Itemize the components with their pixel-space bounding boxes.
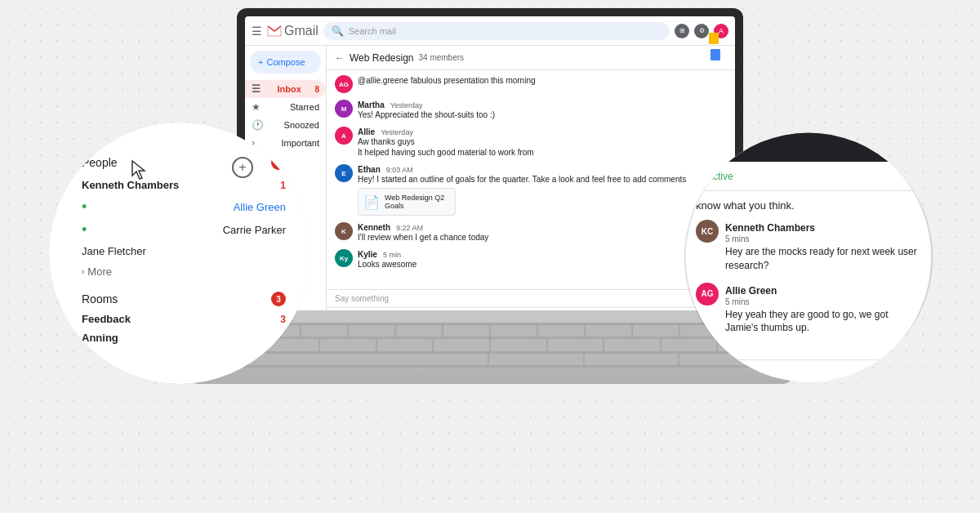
msg-time: Yesterday — [381, 128, 413, 136]
key — [434, 339, 489, 350]
nav-starred-label: Starred — [290, 102, 319, 112]
search-input[interactable]: Search mail — [349, 26, 662, 36]
chat-msg-content: Kenneth Chambers 5 mins Hey are the mock… — [725, 220, 921, 273]
allie-avatar: AG — [696, 283, 719, 306]
rooms-title: Rooms — [82, 292, 118, 306]
msg-text: Looks awesome — [358, 259, 727, 270]
laptop-screen-border: ☰ Gmail 🔍 Search mail — [237, 8, 743, 327]
online-dot-carrie: • — [82, 222, 87, 237]
more-arrow-icon: › — [82, 267, 84, 276]
cursor-area — [131, 159, 147, 185]
chat-msg-kenneth: KC Kenneth Chambers 5 mins Hey are the m… — [696, 220, 921, 273]
key — [396, 325, 442, 337]
compose-button[interactable]: + Compose — [250, 51, 321, 74]
settings-icon[interactable]: ⚙ — [694, 24, 709, 38]
msg-sender: Martha — [358, 100, 385, 109]
nav-starred[interactable]: ★ Starred — [245, 98, 326, 116]
msg-text: @allie.greene fabulous presentation this… — [358, 76, 536, 85]
doc-icon: 📄 — [363, 194, 380, 210]
msg-sender: Kenneth — [358, 223, 390, 232]
key — [320, 339, 376, 350]
chat-msg-content: Allie Green 5 mins Hey yeah they are goo… — [725, 283, 921, 336]
apps-icon[interactable]: ⊞ — [675, 24, 689, 38]
msg-sender: Allie — [358, 127, 375, 136]
msg-content: Ethan 9:03 AM Hey! I started an outline … — [358, 164, 727, 216]
msg-content: Martha Yesterday Yes! Appreciated the sh… — [358, 100, 727, 120]
room-item-anning[interactable]: Anning — [82, 328, 286, 347]
msg-content: Allie Yesterday Aw thanks guysIt helped … — [358, 127, 727, 158]
attach-name: Web Redesign Q2 Goals — [385, 194, 450, 210]
gmail-logo-icon — [267, 25, 282, 37]
msg-item: AG @allie.greene fabulous presentation t… — [335, 75, 727, 93]
key — [548, 339, 604, 350]
msg-content: Kylie 5 min Looks awesome — [358, 249, 727, 270]
sticky-note-blue — [710, 49, 720, 60]
search-icon: 🔍 — [332, 25, 344, 37]
more-item[interactable]: › More — [82, 261, 286, 282]
nav-snoozed[interactable]: 🕐 Snoozed — [245, 116, 326, 134]
msg-sender: Kylie — [358, 250, 377, 259]
avatar: K — [335, 222, 353, 240]
key — [301, 325, 347, 337]
search-bar[interactable]: 🔍 Search mail — [323, 22, 670, 40]
add-person-button[interactable]: + — [232, 157, 253, 178]
nav-snoozed-label: Snoozed — [284, 120, 319, 130]
gmail-ui: ☰ Gmail 🔍 Search mail — [245, 16, 735, 327]
person-item-allie[interactable]: • Allie Green — [82, 195, 286, 218]
msg-text: Aw thanks guysIt helped having such good… — [358, 136, 727, 158]
attachment-card[interactable]: 📄 Web Redesign Q2 Goals — [358, 188, 456, 216]
room-name: Anning — [82, 332, 118, 344]
msg-time: 9:22 AM — [396, 224, 423, 232]
unread-badge: 1 — [280, 180, 286, 191]
person-name: Jane Fletcher — [82, 245, 146, 257]
key — [443, 325, 489, 337]
person-item-kenneth[interactable]: Kenneth Chambers 1 — [82, 175, 286, 195]
gmail-main: ← Web Redesign 34 members AG @allie.gree… — [327, 46, 735, 327]
room-item-feedback[interactable]: Feedback 3 — [82, 310, 286, 328]
sticky-note-yellow — [709, 33, 719, 44]
clock-icon: 🕐 — [252, 119, 264, 131]
msg-content: Kenneth 9:22 AM I'll review when I get a… — [358, 222, 727, 243]
avatar: Ky — [335, 249, 353, 267]
chat-messages: AG @allie.greene fabulous presentation t… — [327, 70, 735, 289]
msg-item: K Kenneth 9:22 AM I'll review when I get… — [335, 222, 727, 243]
nav-inbox[interactable]: ☰ Inbox 8 — [245, 80, 326, 98]
say-something-text: Say something — [335, 294, 389, 303]
chat-header: ← Web Redesign 34 members — [327, 46, 735, 70]
msg-item: E Ethan 9:03 AM Hey! I started an outlin… — [335, 164, 727, 216]
person-item-jane[interactable]: Jane Fletcher — [82, 241, 286, 261]
compose-plus-icon: + — [258, 57, 263, 67]
key — [604, 339, 660, 350]
keyboard-keys — [204, 323, 776, 368]
key — [586, 325, 631, 337]
person-item-carrie[interactable]: • Carrie Parker — [82, 218, 286, 241]
key — [491, 339, 546, 350]
key — [377, 339, 433, 350]
chat-msg-text: Hey yeah they are good to go, we got Jam… — [725, 308, 921, 336]
key — [349, 325, 394, 337]
key — [662, 339, 717, 350]
msg-text: Yes! Appreciated the shout-suits too :) — [358, 109, 727, 120]
star-icon: ★ — [252, 101, 261, 113]
key-row-2 — [207, 339, 773, 350]
back-arrow-icon[interactable]: ← — [335, 52, 345, 64]
msg-sender: Ethan — [358, 165, 381, 174]
person-name: Allie Green — [234, 201, 286, 213]
rooms-badge: 3 — [271, 292, 286, 306]
msg-time: 9:03 AM — [386, 166, 413, 174]
key-row-1 — [207, 325, 773, 337]
msg-time: 5 min — [383, 251, 401, 259]
menu-icon[interactable]: ☰ — [252, 25, 262, 38]
key — [538, 325, 584, 337]
inbox-badge: 8 — [314, 85, 319, 94]
chat-msg-time: 5 mins — [725, 297, 921, 306]
gmail-body: + Compose ☰ Inbox 8 ★ Starred — [245, 46, 735, 327]
avatar: A — [335, 127, 353, 145]
say-something-bar[interactable]: Say something — [327, 289, 735, 307]
gmail-header: ☰ Gmail 🔍 Search mail — [245, 16, 735, 46]
laptop-screen: ☰ Gmail 🔍 Search mail — [245, 16, 735, 327]
nav-inbox-label: Inbox — [278, 84, 301, 94]
msg-item: M Martha Yesterday Yes! Appreciated the … — [335, 100, 727, 120]
rooms-section: Rooms 3 Feedback 3 Anning — [82, 292, 286, 347]
members-count: 34 members — [419, 53, 465, 62]
